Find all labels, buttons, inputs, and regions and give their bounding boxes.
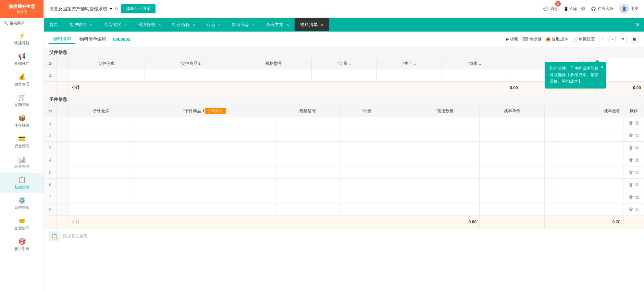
copy-icon[interactable]: ⧉ (635, 194, 639, 200)
action-extract-cost[interactable]: 📥 提取成本 (546, 36, 568, 42)
child-row-2-unit[interactable] (340, 129, 396, 142)
child-row-4-qty[interactable] (410, 154, 480, 166)
note-icon[interactable]: 📋 (49, 231, 60, 242)
child-row-8-spec[interactable] (275, 203, 340, 216)
child-row-4-unit-cost[interactable] (480, 154, 545, 166)
tab-operations-close[interactable]: ✕ (124, 23, 127, 27)
online-service-button[interactable]: 🎧 在线客服 (591, 6, 614, 12)
child-row-3-spec[interactable] (275, 142, 340, 154)
tab-profit[interactable]: 利润报告 ✕ (132, 18, 166, 31)
tab-new-product-close[interactable]: ✕ (252, 23, 255, 27)
child-row-1-spec[interactable] (275, 117, 340, 129)
copy-icon[interactable]: ⧉ (635, 207, 639, 212)
child-row-6-qty[interactable] (410, 179, 480, 191)
nav-next[interactable]: › (609, 36, 616, 42)
child-row-3-unit[interactable] (340, 142, 396, 154)
child-row-3-unit-cost[interactable] (480, 142, 545, 154)
action-doc-settings[interactable]: 📄 单据设置 (572, 36, 595, 42)
sidebar-item-quick-nav[interactable]: ⚡ 快捷导航 (0, 28, 44, 49)
child-row-1-qty[interactable] (410, 117, 480, 129)
child-row-6-product[interactable] (134, 179, 275, 191)
action-video[interactable]: ▶ 视频 (506, 36, 518, 42)
copy-icon[interactable]: ⧉ (635, 120, 639, 126)
child-row-1-product[interactable] (134, 117, 275, 129)
child-row-6-warehouse[interactable] (69, 179, 134, 191)
nav-menu[interactable]: ≡ (620, 36, 627, 42)
sidebar-item-marketing[interactable]: 📢 营销推广 (0, 49, 44, 70)
tab-home[interactable]: 首页 (44, 18, 64, 31)
child-row-4-product[interactable] (134, 154, 275, 166)
sidebar-item-sales[interactable]: 💰 销售管理 (0, 70, 44, 90)
child-col-settings[interactable]: ⚙ (44, 105, 57, 117)
child-row-4-unit[interactable] (340, 154, 396, 166)
tab-history-close[interactable]: ✕ (193, 23, 195, 27)
delete-icon[interactable]: 🗑 (629, 207, 633, 212)
sidebar-item-inventory[interactable]: 📦 库存核算 (0, 111, 44, 131)
parent-row-1-cost[interactable] (442, 69, 507, 82)
subnav-bom[interactable]: 物料清单 (49, 34, 75, 44)
delete-icon[interactable]: 🗑 (629, 132, 633, 138)
tab-customer[interactable]: 客户联络 ✕ (64, 18, 98, 31)
experience-button[interactable]: 体验行业方案 (121, 4, 156, 13)
child-row-7-spec[interactable] (275, 191, 340, 203)
parent-col-settings[interactable]: ⚙ (44, 58, 57, 69)
child-row-8-warehouse[interactable] (69, 203, 134, 216)
child-row-5-warehouse[interactable] (69, 166, 134, 179)
child-row-7-product[interactable] (134, 191, 275, 203)
sidebar-item-system[interactable]: ⚙️ 系统管理 (0, 193, 44, 214)
tab-history[interactable]: 经营历程 ✕ (166, 18, 201, 31)
tab-bom[interactable]: 物料清单 ✕ (295, 18, 329, 31)
child-row-4-spec[interactable] (275, 154, 340, 166)
child-row-8-unit-cost[interactable] (480, 203, 545, 216)
child-row-2-product[interactable] (134, 129, 275, 142)
close-all-tabs[interactable]: ✕ (631, 22, 644, 28)
child-row-3-qty[interactable] (410, 142, 480, 154)
parent-row-1-produce[interactable] (377, 69, 442, 82)
child-row-3-product[interactable] (134, 142, 275, 154)
child-row-5-unit-cost[interactable] (480, 166, 545, 179)
copy-icon[interactable]: ⧉ (635, 157, 639, 163)
sidebar-item-collab[interactable]: 🤝 企业协同 (0, 214, 44, 234)
child-row-6-spec[interactable] (275, 179, 340, 191)
copy-icon[interactable]: ⧉ (635, 182, 639, 188)
scan-button[interactable]: 扫码录入 (205, 108, 226, 114)
child-row-1-unit-cost[interactable] (480, 117, 545, 129)
child-row-8-qty[interactable] (410, 203, 480, 216)
child-row-1-warehouse[interactable] (69, 117, 134, 129)
child-row-5-qty[interactable] (410, 166, 480, 179)
nav-expand[interactable]: ⊞ (631, 36, 639, 43)
child-row-5-unit[interactable] (340, 166, 396, 179)
sidebar-item-operations[interactable]: 📊 经营管理 (0, 152, 44, 173)
parent-row-1-spec[interactable] (236, 69, 312, 82)
child-row-5-spec[interactable] (275, 166, 340, 179)
delete-icon[interactable]: 🗑 (629, 170, 633, 175)
app-download-button[interactable]: 📱 App下载 (564, 6, 585, 12)
tab-profit-close[interactable]: ✕ (158, 23, 161, 27)
child-row-8-unit[interactable] (340, 203, 396, 216)
sidebar-item-guide[interactable]: 🎯 新手引导 (0, 234, 44, 255)
nav-prev[interactable]: ‹ (599, 36, 605, 42)
user-menu[interactable]: 👤 用友 (619, 4, 639, 14)
copy-icon[interactable]: ⧉ (635, 132, 639, 138)
child-row-6-unit-cost[interactable] (480, 179, 545, 191)
child-row-7-unit[interactable] (340, 191, 396, 203)
delete-icon[interactable]: 🗑 (629, 157, 633, 163)
tab-barcode[interactable]: 条码方案 ✕ (260, 18, 295, 31)
action-shortcuts[interactable]: ⌨ 快捷键 (522, 36, 542, 42)
child-row-7-warehouse[interactable] (69, 191, 134, 203)
tab-customer-close[interactable]: ✕ (90, 23, 92, 27)
sidebar-item-finance[interactable]: 💳 资金管理 (0, 131, 44, 152)
parent-row-1-unit[interactable] (312, 69, 377, 82)
sidebar-item-basic-info[interactable]: 📋 基础信息 (0, 173, 44, 193)
child-row-2-unit-cost[interactable] (480, 129, 545, 142)
tab-products[interactable]: 商品 ✕ (201, 18, 226, 31)
tab-products-close[interactable]: ✕ (218, 23, 221, 27)
child-row-7-qty[interactable] (410, 191, 480, 203)
delete-icon[interactable]: 🗑 (629, 120, 633, 126)
delete-icon[interactable]: 🗑 (629, 145, 633, 151)
parent-row-1-product[interactable] (145, 69, 236, 82)
tab-new-product[interactable]: 新增商品 ✕ (226, 18, 260, 31)
child-row-8-product[interactable] (134, 203, 275, 216)
message-button[interactable]: 💬 6 消息 (543, 6, 558, 12)
child-row-7-unit-cost[interactable] (480, 191, 545, 203)
